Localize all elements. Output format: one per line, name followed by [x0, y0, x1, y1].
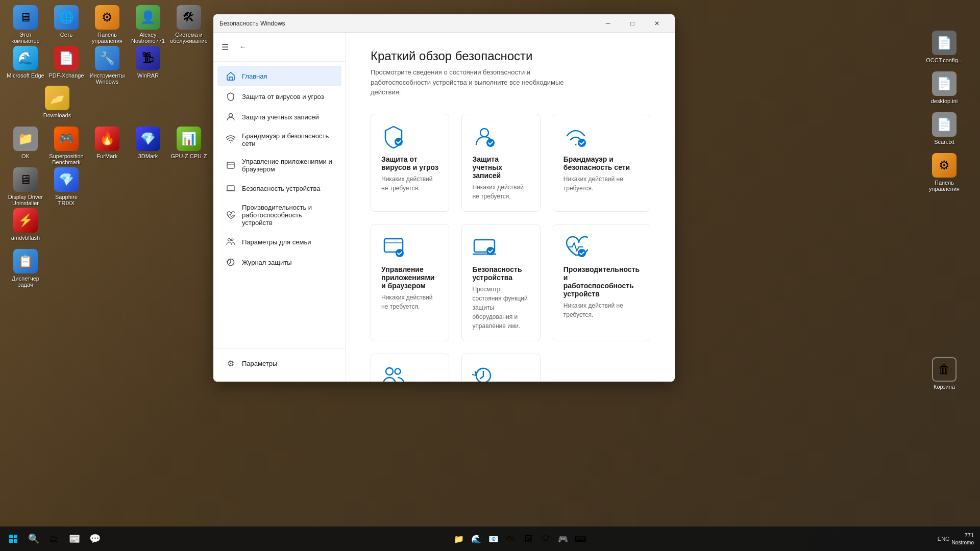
time-block: 771 Nostromo — [952, 532, 974, 545]
desktop-icon-tools[interactable]: 🔧 Инструменты Windows — [87, 46, 128, 85]
desktop-icon-desktopini[interactable]: 📄 desktop.ini — [924, 71, 965, 104]
svg-rect-21 — [14, 539, 17, 543]
sidebar-item-device[interactable]: Безопасность устройства — [217, 178, 341, 198]
heart-nav-icon — [226, 210, 236, 220]
card-icon-performance — [564, 235, 588, 259]
desktop-icon-user[interactable]: 👤 Alexey Nostromo771 — [128, 5, 168, 44]
desktop-icon-furmark[interactable]: 🔥 FurMark — [87, 127, 128, 159]
desktop-icon-winrar[interactable]: 🗜 WinRAR — [128, 46, 168, 79]
taskbar-lang: ENG — [938, 536, 950, 542]
card-family[interactable]: Параметры для семьи Определяйте условия … — [371, 354, 449, 382]
desktop-icon-pdf[interactable]: 📄 PDF-Xchange — [46, 46, 87, 79]
tb-mail[interactable]: 📧 — [485, 531, 502, 547]
tb-edge[interactable]: 🌊 — [468, 531, 484, 547]
desktop-icon-occt[interactable]: 📄 OCCT.config... — [924, 31, 965, 63]
card-apps[interactable]: Управление приложениями и браузером Ника… — [371, 224, 449, 341]
sidebar-item-home[interactable]: Главная — [217, 66, 341, 86]
settings-label: Параметры — [242, 360, 277, 367]
widgets-button[interactable]: 📰 — [65, 530, 84, 548]
tb-explorer[interactable]: 📁 — [451, 531, 467, 547]
card-title-accounts: Защита учетных записей — [472, 155, 529, 180]
sidebar-top: ☰ ← — [213, 33, 346, 62]
desktop-icon-controlpanel2[interactable]: ⚙ Панель управления — [924, 153, 965, 192]
desktop-icon-taskmanager[interactable]: 📋 Диспетчер задач — [5, 249, 46, 288]
card-device[interactable]: Безопасность устройства Просмотр состоян… — [461, 224, 540, 341]
desktop-icon-scan[interactable]: 📄 Scan.txt — [924, 112, 965, 145]
desktop-icon-control-panel[interactable]: ⚙ Панель управления — [87, 5, 128, 44]
desktop-icon-sapphire[interactable]: 💎 Sapphire TRIXX — [46, 167, 87, 206]
card-desc-virus: Никаких действий не требуется. — [381, 174, 438, 193]
card-title-firewall: Брандмауэр и безопасность сети — [564, 155, 640, 171]
tb-game[interactable]: 🎮 — [555, 531, 571, 547]
window-body: ☰ ← Главная — [213, 33, 675, 382]
desktop-icon-amdvbflash[interactable]: ⚡ amdvbflash — [5, 208, 46, 241]
sidebar-item-virus[interactable]: Защита от вирусов и угроз — [217, 86, 341, 107]
history-nav-icon — [226, 257, 236, 267]
desktop-icon-3dmark[interactable]: 💎 3DMark — [128, 127, 168, 159]
card-virus[interactable]: Защита от вирусов и угроз Никаких действ… — [371, 114, 449, 212]
card-icon-family — [381, 364, 406, 382]
desktop-icon-edge[interactable]: 🌊 Microsoft Edge — [5, 46, 46, 79]
minimize-button[interactable]: ─ — [596, 16, 620, 31]
taskview-button[interactable]: 🗂 — [45, 530, 63, 548]
svg-rect-1 — [227, 162, 234, 168]
svg-point-11 — [396, 249, 404, 257]
sidebar-item-accounts[interactable]: Защита учетных записей — [217, 107, 341, 127]
sidebar-item-accounts-label: Защита учетных записей — [242, 113, 319, 121]
tb-photos[interactable]: 🖼 — [520, 531, 536, 547]
sidebar-item-family[interactable]: Параметры для семьи — [217, 232, 341, 252]
card-desc-performance: Никаких действий не требуется. — [564, 301, 640, 319]
window-title: Безопасность Windows — [219, 20, 596, 27]
tb-security[interactable]: 🛡 — [537, 531, 554, 547]
card-icon-accounts — [472, 124, 497, 149]
person-nav-icon — [226, 112, 236, 122]
sidebar-item-performance[interactable]: Производительность и работоспособность у… — [217, 198, 341, 232]
desktop-icon-gpuz[interactable]: 📊 GPU-Z CPU-Z — [168, 127, 209, 159]
maximize-button[interactable]: □ — [621, 16, 644, 31]
svg-rect-2 — [227, 186, 234, 190]
shield-nav-icon — [226, 91, 236, 102]
desktop-icon-downloads[interactable]: 📂 Downloads — [37, 86, 78, 118]
desktop-icon-superposition[interactable]: 🎮 Superposition Benchmark — [46, 127, 87, 165]
svg-point-14 — [578, 249, 586, 257]
hamburger-icon[interactable]: ☰ — [222, 42, 229, 52]
sidebar-item-virus-label: Защита от вирусов и угроз — [242, 93, 324, 101]
desktop-icon-network[interactable]: 🌐 Сеть — [46, 5, 87, 38]
desktop-icon-system[interactable]: 🛠 Система и обслуживание — [168, 5, 209, 44]
tb-store[interactable]: 🛍 — [503, 531, 519, 547]
tb-terminal[interactable]: ⌨ — [572, 531, 589, 547]
desktop-icon-ddu[interactable]: 🖥 Display Driver Uninstaller — [5, 167, 46, 206]
svg-point-16 — [395, 368, 401, 374]
main-content: Краткий обзор безопасности Просмотрите с… — [346, 33, 675, 382]
settings-icon: ⚙ — [226, 358, 236, 368]
settings-item[interactable]: ⚙ Параметры — [222, 353, 337, 373]
svg-rect-18 — [9, 535, 13, 538]
svg-point-6 — [395, 138, 403, 146]
card-icon-virus — [381, 124, 406, 149]
sidebar-item-performance-label: Производительность и работоспособность у… — [242, 204, 333, 227]
svg-point-7 — [480, 129, 488, 137]
page-title: Краткий обзор безопасности — [371, 49, 650, 63]
desktop-icon-ok[interactable]: 📁 OK — [5, 127, 46, 159]
back-button[interactable]: ← — [235, 39, 251, 55]
search-button[interactable]: 🔍 — [24, 530, 43, 548]
chat-button[interactable]: 💬 — [86, 530, 104, 548]
start-button[interactable] — [4, 530, 22, 548]
desktop-icons-right: 📄 OCCT.config... 📄 desktop.ini 📄 Scan.tx… — [919, 0, 980, 398]
sidebar-item-history-label: Журнал защиты — [242, 259, 292, 266]
desktop-icon-computer[interactable]: 🖥 Этот компьютер — [5, 5, 46, 44]
desktop-icon-recycle[interactable]: 🗑 Корзина — [924, 357, 965, 390]
taskbar-user: Nostromo — [952, 539, 974, 546]
sidebar-item-apps[interactable]: Управление приложениями и браузером — [217, 153, 341, 178]
close-button[interactable]: ✕ — [645, 16, 669, 31]
card-accounts[interactable]: Защита учетных записей Никаких действий … — [461, 114, 540, 212]
card-title-apps: Управление приложениями и браузером — [381, 265, 438, 290]
card-performance[interactable]: Производительность и работоспособность у… — [553, 224, 650, 341]
sidebar-item-firewall[interactable]: Брандмауэр и безопасность сети — [217, 127, 341, 153]
sidebar-item-history[interactable]: Журнал защиты — [217, 252, 341, 272]
svg-point-8 — [486, 139, 495, 147]
svg-rect-20 — [9, 539, 13, 543]
sidebar-item-device-label: Безопасность устройства — [242, 185, 321, 192]
card-firewall[interactable]: Брандмауэр и безопасность сети Никаких д… — [553, 114, 650, 212]
card-history[interactable]: Журнал защиты Просмотрите последние дейс… — [461, 354, 540, 382]
